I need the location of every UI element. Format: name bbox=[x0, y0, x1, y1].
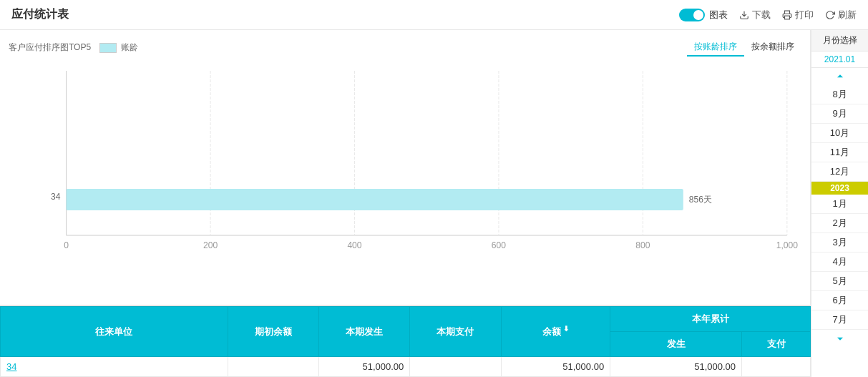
svg-text:600: 600 bbox=[492, 240, 506, 250]
page: 应付统计表 图表 下载 打印 刷新 bbox=[0, 0, 868, 377]
chart-section: 客户应付排序图TOP5 账龄 按账龄排序 按余额排序 bbox=[0, 30, 811, 305]
page-title: 应付统计表 bbox=[11, 7, 69, 22]
th-current-pay: 本期支付 bbox=[410, 307, 501, 357]
svg-text:1,000: 1,000 bbox=[776, 240, 799, 250]
svg-text:400: 400 bbox=[347, 240, 361, 250]
sidebar-month-2[interactable]: 2月 bbox=[811, 214, 868, 233]
svg-text:200: 200 bbox=[203, 240, 218, 250]
sidebar-month-9[interactable]: 9月 bbox=[811, 104, 868, 124]
th-source: 往来单位 bbox=[1, 307, 228, 357]
source-link[interactable]: 34 bbox=[6, 361, 16, 372]
sidebar-month-8[interactable]: 8月 bbox=[811, 85, 868, 104]
cell-source: 34 bbox=[1, 357, 228, 377]
th-current-occur: 本期发生 bbox=[319, 307, 410, 357]
download-label: 下载 bbox=[752, 9, 771, 21]
svg-rect-0 bbox=[785, 16, 790, 19]
cell-balance: 51,000.00 bbox=[501, 357, 610, 377]
data-table: 往来单位 期初余额 本期发生 本期支付 余额 ⬇ 本年累计 发生 bbox=[0, 306, 811, 377]
legend-item-age: 账龄 bbox=[99, 41, 138, 54]
sidebar-up-button[interactable] bbox=[811, 68, 868, 85]
th-balance: 余额 ⬇ bbox=[501, 307, 610, 357]
sidebar-current-date: 2021.01 bbox=[811, 52, 868, 68]
download-button[interactable]: 下载 bbox=[739, 9, 771, 21]
cell-ytd-occur: 51,000.00 bbox=[610, 357, 742, 377]
main-area: 客户应付排序图TOP5 账龄 按账龄排序 按余额排序 bbox=[0, 30, 868, 377]
header-actions: 图表 下载 打印 刷新 bbox=[679, 9, 857, 21]
sidebar-month-3[interactable]: 3月 bbox=[811, 233, 868, 253]
th-ytd-pay: 支付 bbox=[742, 332, 811, 357]
legend-box-label: 账龄 bbox=[121, 41, 138, 54]
header: 应付统计表 图表 下载 打印 刷新 bbox=[0, 0, 868, 30]
sidebar-months: 8月 9月 10月 11月 12月 2023 1月 2月 3月 4月 5月 6月… bbox=[811, 85, 868, 330]
sort-tab-balance[interactable]: 按余额排序 bbox=[744, 39, 801, 57]
sidebar-month-11[interactable]: 11月 bbox=[811, 143, 868, 162]
sidebar-month-4[interactable]: 4月 bbox=[811, 253, 868, 272]
sidebar-down-button[interactable] bbox=[811, 330, 868, 347]
legend-text: 客户应付排序图TOP5 bbox=[9, 41, 91, 54]
sidebar-month-6[interactable]: 6月 bbox=[811, 291, 868, 310]
toggle-label: 图表 bbox=[709, 9, 728, 21]
table-section: 往来单位 期初余额 本期发生 本期支付 余额 ⬇ 本年累计 发生 bbox=[0, 305, 811, 377]
svg-text:0: 0 bbox=[64, 240, 69, 250]
refresh-label: 刷新 bbox=[838, 9, 857, 21]
cell-ytd-pay bbox=[742, 357, 811, 377]
cell-opening bbox=[228, 357, 318, 377]
sidebar-month-10[interactable]: 10月 bbox=[811, 124, 868, 143]
svg-text:800: 800 bbox=[635, 240, 650, 250]
sort-tab-age[interactable]: 按账龄排序 bbox=[687, 39, 744, 57]
sort-tabs: 按账龄排序 按余额排序 bbox=[687, 39, 801, 57]
sidebar-month-5[interactable]: 5月 bbox=[811, 272, 868, 291]
cell-current-pay bbox=[410, 357, 501, 377]
sidebar-header: 月份选择 bbox=[811, 30, 868, 52]
chart-toggle[interactable]: 图表 bbox=[679, 9, 728, 21]
th-ytd: 本年累计 bbox=[610, 307, 811, 332]
print-button[interactable]: 打印 bbox=[782, 9, 814, 21]
legend-box bbox=[99, 43, 117, 53]
svg-text:34: 34 bbox=[51, 192, 61, 202]
sidebar: 月份选择 2021.01 8月 9月 10月 11月 12月 2023 1月 2… bbox=[811, 30, 868, 377]
th-ytd-occur: 发生 bbox=[610, 332, 742, 357]
print-label: 打印 bbox=[795, 9, 814, 21]
content-area: 客户应付排序图TOP5 账龄 按账龄排序 按余额排序 bbox=[0, 30, 811, 377]
year-marker: 2023 bbox=[811, 182, 868, 195]
sidebar-month-12[interactable]: 12月 bbox=[811, 162, 868, 182]
cell-current-occur: 51,000.00 bbox=[319, 357, 410, 377]
toggle-switch[interactable] bbox=[679, 9, 705, 21]
chart-svg: 0 200 400 600 800 1,000 34 856天 bbox=[9, 64, 801, 264]
refresh-button[interactable]: 刷新 bbox=[825, 9, 857, 21]
svg-text:856天: 856天 bbox=[689, 195, 712, 205]
table-row: 34 51,000.00 51,000.00 51,000.00 bbox=[1, 357, 811, 377]
sidebar-month-1[interactable]: 1月 bbox=[811, 195, 868, 214]
bar-34 bbox=[67, 189, 683, 210]
th-opening: 期初余额 bbox=[228, 307, 318, 357]
sidebar-month-7[interactable]: 7月 bbox=[811, 310, 868, 330]
chart-container: 0 200 400 600 800 1,000 34 856天 bbox=[9, 64, 801, 264]
legend-row: 客户应付排序图TOP5 账龄 按账龄排序 按余额排序 bbox=[9, 39, 801, 57]
